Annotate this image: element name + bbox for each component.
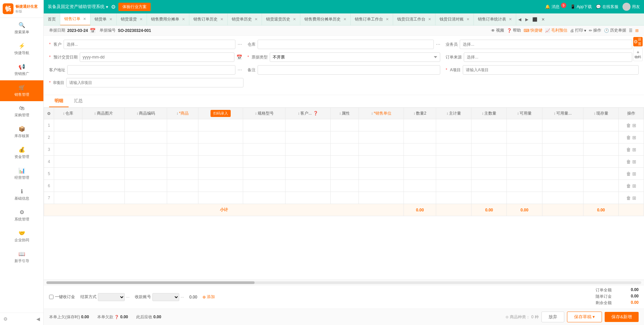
receipt-more-btn[interactable]: ··· xyxy=(181,295,184,299)
tab-sales-return-history-close[interactable]: ✕ xyxy=(293,17,296,22)
sidebar-item-purchase[interactable]: 🛍 采购管理 xyxy=(0,101,43,122)
tab-daily-reconcile-close[interactable]: ✕ xyxy=(466,17,469,22)
tab-sales-order-workbench[interactable]: 销售订单工作台 ✕ xyxy=(351,13,393,26)
print-dropdown-icon[interactable]: ▾ xyxy=(584,28,586,33)
tab-detail[interactable]: 明细 xyxy=(49,95,69,107)
view-btn[interactable]: 👁 视频 xyxy=(491,28,504,33)
sidebar-item-quicknav[interactable]: ⚡ 快捷导航 xyxy=(0,39,43,59)
tab-sales-bill-history[interactable]: 销货单历史 ✕ xyxy=(228,13,262,26)
address-input[interactable] xyxy=(67,65,235,75)
row-delete-btn[interactable]: 🗑 xyxy=(626,135,631,140)
shortcut-btn[interactable]: ⌨ 快捷键 xyxy=(524,28,542,33)
sidebar-item-finance[interactable]: 💰 资金管理 xyxy=(0,143,43,163)
tab-sales-order-history-close[interactable]: ✕ xyxy=(220,17,223,22)
online-service-btn[interactable]: 💬 在线客服 xyxy=(596,4,618,10)
scroll-thumb[interactable] xyxy=(46,281,255,284)
save-new-btn[interactable]: 保存&新增 xyxy=(605,312,639,322)
sidebar-item-search[interactable]: 🔍 搜索菜单 xyxy=(0,18,43,39)
project-b-input[interactable] xyxy=(66,78,244,87)
sidebar-item-sales[interactable]: 🛒 销售管理 xyxy=(0,80,43,101)
tab-sales-order-workbench-close[interactable]: ✕ xyxy=(386,17,389,22)
sidebar-settings-btn[interactable]: ⚙ xyxy=(3,316,8,322)
tab-expand-btn[interactable]: ⬛ xyxy=(530,17,539,22)
scan-btn[interactable]: 扫码录入 xyxy=(211,110,231,117)
tab-sales-expense-close[interactable]: ✕ xyxy=(182,17,185,22)
delivery-date-input[interactable] xyxy=(80,52,234,62)
tab-sales-bill[interactable]: 销货单 ✕ xyxy=(90,13,117,26)
order-source-input[interactable] xyxy=(464,52,632,62)
warehouse-input[interactable]: 成品库 xyxy=(258,40,434,49)
tab-sales-bill-history-close[interactable]: ✕ xyxy=(255,17,258,22)
tab-close-btn[interactable]: ✕ xyxy=(539,17,547,22)
payment-method-select[interactable] xyxy=(98,293,125,301)
tab-sales-bill-close[interactable]: ✕ xyxy=(109,17,112,22)
notification-btn[interactable]: 🔔 消息 9 xyxy=(545,4,566,10)
sidebar-item-inventory[interactable]: 📦 库存核算 xyxy=(0,122,43,143)
tab-sales-stats-close[interactable]: ✕ xyxy=(509,17,512,22)
dropdown-icon[interactable]: ▾ xyxy=(106,4,108,9)
scroll-area[interactable] xyxy=(44,280,644,285)
payment-more-btn[interactable]: ··· xyxy=(126,295,129,299)
tab-sales-order-history[interactable]: 销售订单历史 ✕ xyxy=(189,13,228,26)
tab-daily-workbench-close[interactable]: ✕ xyxy=(428,17,431,22)
tab-prev-btn[interactable]: ◀ xyxy=(516,17,523,22)
grid-view-btn[interactable]: ⊞ xyxy=(635,28,639,33)
tab-next-btn[interactable]: ▶ xyxy=(523,17,530,22)
topbar-settings-icon[interactable]: ⚙ xyxy=(111,4,116,10)
sidebar-collapse-btn[interactable]: ◀ xyxy=(36,316,40,322)
list-view-btn[interactable]: ☰ xyxy=(629,28,633,33)
row-copy-btn[interactable]: ⊞ xyxy=(632,171,636,176)
invoice-select[interactable]: 不开票 xyxy=(270,52,440,62)
tab-daily-reconcile[interactable]: 钱货日清对账 ✕ xyxy=(435,13,474,26)
tab-summary[interactable]: 汇总 xyxy=(69,95,88,107)
staff-input[interactable] xyxy=(460,40,632,49)
ops-btn[interactable]: ✏ 操作 xyxy=(589,28,601,33)
tab-sales-stats[interactable]: 销售订单统计表 ✕ xyxy=(474,13,516,26)
row-copy-btn[interactable]: ⊞ xyxy=(632,183,636,189)
delivery-calendar-icon[interactable]: 📅 xyxy=(236,54,242,60)
row-copy-btn[interactable]: ⊞ xyxy=(632,159,636,164)
save-draft-dropdown-icon[interactable]: ▾ xyxy=(593,314,595,319)
sidebar-item-guide[interactable]: 📖 新手引导 xyxy=(0,247,43,268)
discard-btn[interactable]: 放弃 xyxy=(541,312,564,322)
tab-sales-return[interactable]: 销货退货 ✕ xyxy=(117,13,147,26)
calendar-icon[interactable]: 📅 xyxy=(90,28,96,33)
app-download-btn[interactable]: 📱 App下载 xyxy=(570,4,592,10)
settings-panel-btn[interactable]: ⚙ 设置 xyxy=(633,37,643,46)
tab-sales-return-close[interactable]: ✕ xyxy=(140,17,143,22)
tab-home[interactable]: 首页 xyxy=(44,13,60,26)
user-menu[interactable]: 用友 xyxy=(622,3,640,11)
sidebar-item-enterprise[interactable]: 🤝 企业协同 xyxy=(0,226,43,247)
quick-confirm-checkbox[interactable] xyxy=(49,295,53,299)
row-delete-btn[interactable]: 🗑 xyxy=(626,183,631,189)
row-delete-btn[interactable]: 🗑 xyxy=(626,147,631,152)
receipt-account-select[interactable] xyxy=(152,293,179,301)
profit-btn[interactable]: 📈 毛利预估 xyxy=(545,28,567,33)
customer-more-btn[interactable]: ··· xyxy=(237,41,242,47)
tab-sales-expense-history-close[interactable]: ✕ xyxy=(343,17,346,22)
row-copy-btn[interactable]: ⊞ xyxy=(632,195,636,201)
help-btn[interactable]: ❓ 帮助 xyxy=(507,28,521,33)
tab-sales-return-history[interactable]: 销货退货历史 ✕ xyxy=(262,13,300,26)
tab-sales-order[interactable]: 销售订单 ✕ xyxy=(60,13,90,26)
row-copy-btn[interactable]: ⊞ xyxy=(632,147,636,152)
print-btn[interactable]: 🖨 打印 ▾ xyxy=(570,28,586,33)
warehouse-more-btn[interactable]: ··· xyxy=(436,41,440,47)
history-btn[interactable]: 🕐 历史单据 xyxy=(604,28,626,33)
address-more-btn[interactable]: ··· xyxy=(237,67,242,73)
save-draft-btn[interactable]: 保存草稿 ▾ xyxy=(567,312,602,322)
row-delete-btn[interactable]: 🗑 xyxy=(626,195,631,201)
col-settings[interactable]: ⚙ xyxy=(44,108,54,119)
sidebar-item-system[interactable]: ⚙ 系统管理 xyxy=(0,205,43,226)
customer-input[interactable] xyxy=(64,40,236,49)
row-delete-btn[interactable]: 🗑 xyxy=(626,171,631,176)
add-material-btn[interactable]: + 物料 xyxy=(633,48,643,61)
sidebar-item-operations[interactable]: 📊 经营管理 xyxy=(0,163,43,184)
tab-daily-workbench[interactable]: 钱货日清工作台 ✕ xyxy=(393,13,435,26)
tab-sales-expense-history[interactable]: 销售费用分摊单历史 ✕ xyxy=(300,13,351,26)
row-copy-btn[interactable]: ⊞ xyxy=(632,123,636,128)
add-btn[interactable]: ⊕ 添加 xyxy=(202,294,215,300)
industry-btn[interactable]: 体验行业方案 xyxy=(118,3,151,11)
tab-sales-order-close[interactable]: ✕ xyxy=(83,17,86,21)
sidebar-item-basic-info[interactable]: ℹ 基础信息 xyxy=(0,184,43,205)
